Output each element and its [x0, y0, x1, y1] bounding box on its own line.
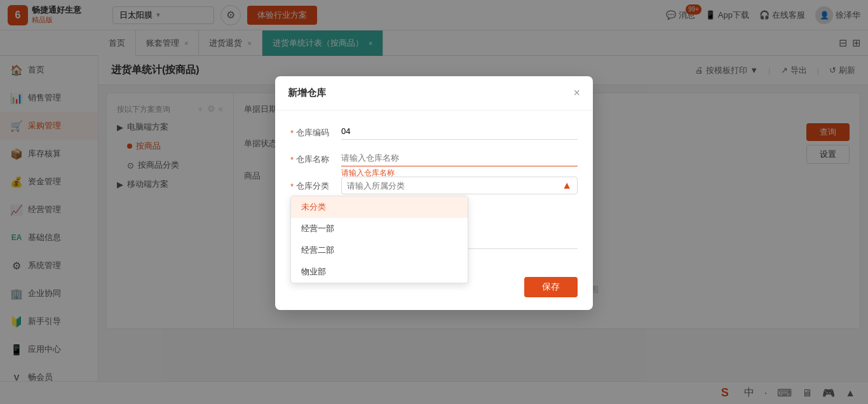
form-row-code: * 仓库编码 — [290, 123, 578, 140]
form-row-category: * 仓库分类 ▲ 未分类 经营一部 — [290, 177, 578, 194]
dialog-close-button[interactable]: × — [573, 86, 580, 100]
category-toggle-icon[interactable]: ▲ — [562, 180, 572, 191]
save-button[interactable]: 保存 — [524, 277, 578, 297]
name-label: * 仓库名称 — [290, 150, 341, 165]
dialog-title: 新增仓库 — [288, 87, 326, 99]
warehouse-code-input[interactable] — [341, 123, 578, 140]
code-label: * 仓库编码 — [290, 123, 341, 138]
category-field-wrap: ▲ 未分类 经营一部 经营二部 物业部 — [341, 177, 578, 194]
form-row-name: * 仓库名称 请输入仓库名称 — [290, 150, 578, 166]
dropdown-option-1[interactable]: 经营一部 — [291, 218, 468, 239]
category-input[interactable] — [347, 181, 562, 191]
dialog-header: 新增仓库 × — [275, 76, 593, 111]
dialog-body: * 仓库编码 * 仓库名称 请输入仓库名称 — [275, 111, 593, 269]
category-dropdown: 未分类 经营一部 经营二部 物业部 — [290, 196, 468, 283]
category-label: * 仓库分类 — [290, 177, 341, 192]
dropdown-option-2[interactable]: 经营二部 — [291, 239, 468, 261]
dropdown-option-0[interactable]: 未分类 — [291, 196, 468, 218]
dropdown-option-3[interactable]: 物业部 — [291, 261, 468, 283]
new-warehouse-dialog: 新增仓库 × * 仓库编码 * 仓库名称 — [275, 76, 593, 310]
dialog-overlay: 新增仓库 × * 仓库编码 * 仓库名称 — [0, 0, 868, 404]
name-field-wrap: 请输入仓库名称 — [341, 150, 578, 166]
category-input-wrap: ▲ — [341, 177, 578, 194]
code-field-wrap — [341, 123, 578, 140]
warehouse-name-input[interactable] — [341, 150, 578, 166]
